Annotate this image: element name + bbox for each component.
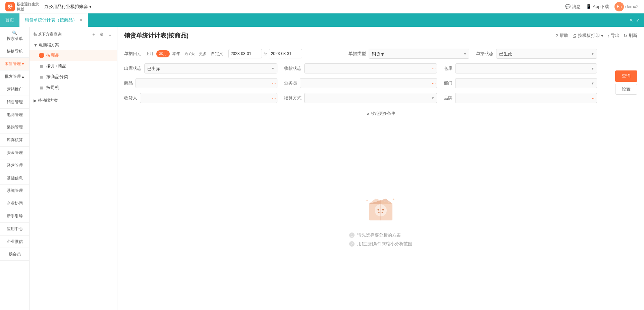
department-select[interactable] (455, 78, 597, 88)
right-panel: 销货单统计计表(按商品) ? 帮助 🖨 按模板打印 ▾ (117, 27, 644, 310)
empty-state: ✦ ✦ ✦ 1 请先选择要分析的方案 2 用[过滤]条件来缩小分析范围 (117, 122, 644, 310)
filter-field-department: 部门 (444, 78, 637, 88)
export-btn[interactable]: ↑ 导出 (607, 33, 620, 39)
sidebar-item-guide[interactable]: 新手引导 (0, 210, 29, 223)
empty-illustration: ✦ ✦ ✦ (361, 185, 401, 225)
department-label: 部门 (444, 80, 452, 86)
salesperson-dots-icon[interactable]: ··· (432, 81, 436, 86)
message-btn[interactable]: 💬 消息 (565, 4, 581, 10)
filter-field-warehouse: 仓库 (444, 63, 637, 73)
sidebar-item-purchase[interactable]: 采购管理 (0, 121, 29, 134)
sidebar-wholesale-label: 批发管理 (5, 74, 21, 80)
sidebar-item-inventory[interactable]: 库存核算 (0, 134, 29, 147)
content-area: 按以下方案查询 + ⚙ « (30, 27, 644, 310)
sidebar-item-search[interactable]: 🔍 搜索菜单 (0, 27, 29, 45)
left-panel-title: 按以下方案查询 (34, 32, 88, 37)
filter-field-doctype: 单据类型 销货单 (348, 49, 470, 59)
warehouse-select-wrapper (455, 63, 597, 73)
docstatus-select[interactable]: 已生效 (496, 49, 597, 59)
help-btn[interactable]: ? 帮助 (555, 33, 568, 39)
user-area[interactable]: Ea demo2 (614, 2, 639, 11)
date-to-input[interactable] (269, 49, 302, 58)
sidebar-item-enterprise[interactable]: 企业协同 (0, 197, 29, 210)
tip-1-text: 请先选择要分析的方案 (357, 232, 401, 238)
tab-home[interactable]: 首页 (0, 13, 19, 27)
tab-close-icon[interactable]: ✕ (79, 18, 83, 22)
scheme-item-driver[interactable]: ▦ 按司机 (30, 82, 117, 93)
sidebar-system-label: 系统管理 (7, 188, 23, 193)
scheme-group-mobile: ▶ 移动端方案 (30, 96, 117, 108)
sidebar-item-basic[interactable]: 基础信息 (0, 172, 29, 185)
settlement-select[interactable] (304, 93, 437, 103)
sidebar-item-appcenter[interactable]: 应用中心 (0, 223, 29, 236)
sidebar-sales-label: 销售管理 (7, 100, 23, 104)
main-layout: 🔍 搜索菜单 快捷导航 零售管理 ▼ 批发管理 ▲ 营销推广 销售管理 电商管理… (0, 27, 644, 310)
brand-input[interactable] (455, 93, 597, 103)
stockstatus-select[interactable]: 已出库 (144, 63, 277, 73)
shortcut-last-month[interactable]: 上月 (144, 50, 155, 57)
print-label: 按模板打印 (578, 33, 600, 39)
sidebar-item-sales[interactable]: 销售管理 (0, 96, 29, 109)
sidebar-item-member[interactable]: 畅会员 (0, 248, 29, 261)
doctype-select[interactable]: 销货单 (369, 49, 470, 59)
shortcut-custom[interactable]: 自定义 (210, 50, 224, 57)
sidebar-item-marketing[interactable]: 营销推广 (0, 83, 29, 96)
export-label: 导出 (611, 33, 620, 39)
tab-close-window-icon[interactable]: ✕ (629, 17, 633, 23)
sidebar-purchase-label: 采购管理 (7, 125, 23, 130)
sidebar-item-quick-nav[interactable]: 快捷导航 (0, 45, 29, 58)
settings-scheme-btn[interactable]: ⚙ (98, 31, 105, 38)
goods-input[interactable] (136, 78, 277, 88)
refresh-btn[interactable]: ↻ 刷新 (624, 33, 637, 39)
scheme-item-category[interactable]: ▦ 按商品分类 (30, 71, 117, 82)
settings-button[interactable]: 设置 (615, 84, 637, 95)
tab-window-controls: ✕ ⤢ (629, 17, 644, 23)
date-from-input[interactable] (228, 49, 262, 58)
logo-icon: 好 (5, 2, 15, 11)
warehouse-select[interactable] (455, 63, 597, 73)
sidebar-item-wechat[interactable]: 企业微信 (0, 236, 29, 248)
salesperson-input[interactable] (300, 78, 437, 88)
sidebar-item-wholesale[interactable]: 批发管理 ▲ (0, 70, 29, 83)
scheme-item-month-goods[interactable]: ▦ 按月+商品 (30, 61, 117, 71)
sidebar-item-finance[interactable]: 资金管理 (0, 147, 29, 159)
app-selector[interactable]: 办公用品行业模拟账套 ▾ (42, 2, 94, 11)
scheme-active-icon (39, 53, 44, 58)
sidebar-item-retail[interactable]: 零售管理 ▼ (0, 58, 29, 70)
empty-tips: 1 请先选择要分析的方案 2 用[过滤]条件来缩小分析范围 (349, 232, 412, 247)
sidebar: 🔍 搜索菜单 快捷导航 零售管理 ▼ 批发管理 ▲ 营销推广 销售管理 电商管理… (0, 27, 30, 310)
query-button[interactable]: 查询 (615, 70, 637, 82)
sidebar-item-ecommerce[interactable]: 电商管理 (0, 109, 29, 121)
scheme-group-mobile-header[interactable]: ▶ 移动端方案 (30, 96, 117, 105)
scheme-group-pc-header[interactable]: ▼ 电脑端方案 (30, 40, 117, 50)
sidebar-item-operation[interactable]: 经营管理 (0, 159, 29, 172)
left-panel-header: 按以下方案查询 + ⚙ « (30, 31, 117, 40)
user-name: demo2 (625, 4, 639, 9)
brand-dots-icon[interactable]: ··· (592, 95, 596, 101)
tab-sales-stat[interactable]: 销货单统计计表（按商品） ✕ (19, 13, 88, 27)
scheme-item-by-goods[interactable]: 按商品 (30, 50, 117, 61)
shortcut-this-year[interactable]: 本年 (171, 50, 182, 57)
help-label: 帮助 (559, 33, 568, 39)
sidebar-basic-label: 基础信息 (7, 176, 23, 180)
sidebar-enterprise-label: 企业协同 (7, 201, 23, 206)
paymentstatus-input[interactable] (304, 63, 437, 73)
print-btn[interactable]: 🖨 按模板打印 ▾ (572, 33, 603, 39)
tab-expand-icon[interactable]: ⤢ (636, 17, 640, 23)
receiver-input[interactable] (140, 93, 277, 103)
shortcut-this-month[interactable]: 本月 (156, 50, 170, 57)
collapse-panel-btn[interactable]: « (106, 31, 113, 38)
sidebar-item-system[interactable]: 系统管理 (0, 185, 29, 197)
page-content: 按以下方案查询 + ⚙ « (30, 27, 644, 310)
svg-text:✦: ✦ (392, 198, 395, 201)
add-scheme-btn[interactable]: + (90, 31, 97, 38)
goods-dots-icon[interactable]: ··· (272, 81, 276, 86)
shortcut-more[interactable]: 更多 (198, 50, 208, 57)
collapse-more-btn[interactable]: ∧ 收起更多条件 (124, 108, 637, 119)
shortcut-7days[interactable]: 近7天 (183, 50, 196, 57)
receiver-dots-icon[interactable]: ··· (272, 95, 276, 101)
paymentstatus-dots-icon[interactable]: ··· (432, 66, 436, 71)
left-panel: 按以下方案查询 + ⚙ « (30, 27, 117, 310)
app-download-btn[interactable]: 📱 App下载 (586, 4, 609, 10)
grid-icon: ▦ (39, 63, 44, 69)
